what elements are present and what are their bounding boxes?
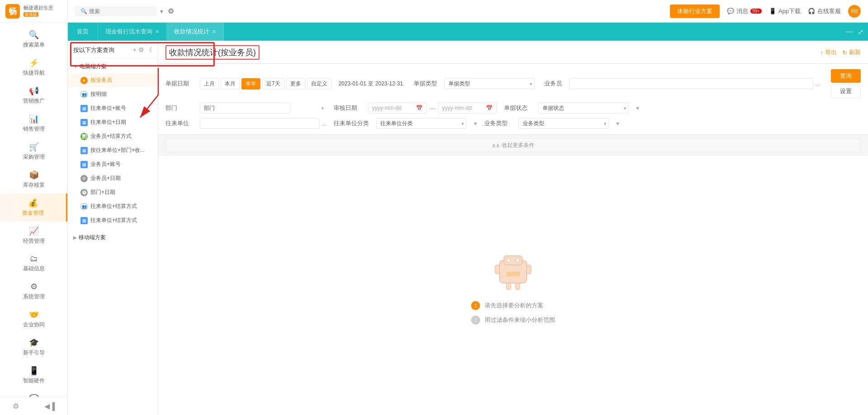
operations-icon: 📈 xyxy=(29,226,39,236)
partner-more-icon[interactable]: ... xyxy=(321,120,326,127)
sidebar-item-guide[interactable]: 🎓 新手引导 xyxy=(0,333,67,361)
sidebar-item-label: 库存核算 xyxy=(23,181,45,189)
purchase-icon: 🛒 xyxy=(29,142,39,152)
search-input[interactable] xyxy=(89,8,148,14)
inventory-icon: 📦 xyxy=(29,170,39,180)
date-btn-this-month[interactable]: 本月 xyxy=(221,78,240,90)
scheme-item-partner-settlement1[interactable]: 👥 往来单位+结算方式 xyxy=(68,199,158,213)
scheme-item-salesperson-settlement[interactable]: 📊 业务员+结算方式 xyxy=(68,129,158,143)
partner-category-wrap: 往来单位分类 xyxy=(376,118,467,129)
audit-date-separator: — xyxy=(429,105,435,112)
desktop-group-title[interactable]: ▼ 电脑端方案 xyxy=(68,60,158,73)
partner-category-expand[interactable]: ▾ xyxy=(474,120,477,127)
tab-receipt-stats[interactable]: 收款情况统计 ✕ xyxy=(167,23,224,41)
refresh-btn[interactable]: ↻ 刷新 xyxy=(842,48,861,57)
logo-subtext: 畅捷通好生意 xyxy=(24,5,53,11)
sidebar-item-label: 新手引导 xyxy=(23,349,45,357)
salesperson-input[interactable] xyxy=(569,78,813,89)
sidebar-item-wechat[interactable]: 💬 企业微信 xyxy=(0,389,67,397)
date-btn-this-year[interactable]: 本年 xyxy=(241,78,260,90)
svg-rect-6 xyxy=(527,265,531,274)
user-avatar[interactable]: Rit xyxy=(848,5,861,18)
doc-status-expand-icon[interactable]: ▾ xyxy=(636,104,639,112)
tab-minimize-icon[interactable]: — xyxy=(846,28,853,36)
home-tab-label: 首页 xyxy=(77,28,89,36)
guide-icon: 🎓 xyxy=(29,338,39,348)
left-panel-actions: + ⚙ 《 xyxy=(133,46,152,54)
sidebar-item-smart-hw[interactable]: 📱 智能硬件 xyxy=(0,361,67,389)
scheme-item-partner-date[interactable]: ▦ 往来单位+日期 xyxy=(68,115,158,129)
sidebar-item-enterprise[interactable]: 🤝 企业协同 xyxy=(0,305,67,333)
trial-btn[interactable]: 体验行业方案 xyxy=(670,5,720,18)
scheme-item-label: 按往来单位+部门+收... xyxy=(90,146,145,154)
scheme-item-by-detail[interactable]: 👥 按明细 xyxy=(68,87,158,101)
collapse-icon: ∧∧ xyxy=(492,142,500,149)
biz-type-select[interactable]: 业务类型 xyxy=(519,118,609,129)
partner-category-select[interactable]: 往来单位分类 xyxy=(376,118,467,129)
messages-action[interactable]: 💬 消息 99+ xyxy=(727,7,762,15)
refresh-label: 刷新 xyxy=(849,48,861,57)
scheme-settings-icon[interactable]: ⚙ xyxy=(138,46,144,54)
sidebar-item-finance[interactable]: 💰 资金管理 xyxy=(0,193,67,222)
sidebar-item-marketing[interactable]: 📢 营销推广 xyxy=(0,81,67,109)
sidebar-item-inventory[interactable]: 📦 库存核算 xyxy=(0,165,67,193)
scheme-item-partner-dept[interactable]: ▦ 按往来单位+部门+收... xyxy=(68,143,158,157)
scheme-item-salesperson-date[interactable]: ⚙ 业务员+日期 xyxy=(68,171,158,185)
partner-input[interactable] xyxy=(200,118,320,129)
date-label: 单据日期 xyxy=(165,80,193,88)
collapse-conditions-bar[interactable]: ∧∧ 收起更多条件 xyxy=(165,138,861,152)
sidebar-item-purchase[interactable]: 🛒 采购管理 xyxy=(0,137,67,165)
query-btn[interactable]: 查询 xyxy=(831,69,861,83)
scheme-item-label: 业务员+账号 xyxy=(90,160,121,168)
collapse-sidebar-icon[interactable]: ◀▐ xyxy=(44,402,55,410)
right-panel: 收款情况统计(按业务员) ↑ 导出 ↻ 刷新 xyxy=(158,41,868,415)
tab-home[interactable]: 首页 xyxy=(68,23,98,41)
export-btn[interactable]: ↑ 导出 xyxy=(821,48,837,57)
collapse-panel-icon[interactable]: 《 xyxy=(146,46,152,54)
doc-type-select[interactable]: 单据类型 xyxy=(444,78,535,89)
date-btn-more[interactable]: 更多 xyxy=(286,78,305,90)
left-panel-header: 按以下方案查询 + ⚙ 《 xyxy=(68,41,158,58)
audit-date-start-input[interactable]: yyyy-mm-dd 📅 xyxy=(368,103,427,113)
doc-status-select[interactable]: 单据状态 xyxy=(538,103,629,113)
calendar2-icon[interactable]: 📅 xyxy=(486,105,493,111)
scheme-item-dept-date[interactable]: 🕐 部门+日期 xyxy=(68,185,158,199)
date-btn-custom[interactable]: 自定义 xyxy=(307,78,331,90)
sidebar-item-search[interactable]: 🔍 搜索菜单 xyxy=(0,25,67,53)
bank-flow-tab-close[interactable]: ✕ xyxy=(155,29,159,35)
biz-type-expand[interactable]: ▾ xyxy=(616,120,619,127)
topbar-gear-icon[interactable]: ⚙ xyxy=(168,7,174,15)
scheme-item-salesperson-account[interactable]: ▦ 业务员+账号 xyxy=(68,157,158,171)
scheme-item-label: 部门+日期 xyxy=(90,189,115,196)
settings-footer-icon[interactable]: ⚙ xyxy=(13,402,19,410)
sidebar-item-quick-nav[interactable]: ⚡ 快捷导航 xyxy=(0,53,67,81)
svg-rect-4 xyxy=(506,272,520,276)
tab-expand-icon[interactable]: ⤢ xyxy=(858,28,863,36)
dept-select[interactable]: 部门 xyxy=(200,103,290,113)
scheme-item-partner-settlement2[interactable]: ▦ 往来单位+结算方式 xyxy=(68,213,158,227)
sidebar-item-sales[interactable]: 📊 销售管理 xyxy=(0,109,67,137)
date-btn-last-month[interactable]: 上月 xyxy=(200,78,219,90)
mobile-group-title[interactable]: ▶ 移动端方案 xyxy=(68,231,158,244)
refresh-icon: ↻ xyxy=(842,49,847,56)
app-download-action[interactable]: 📱 App下载 xyxy=(769,7,801,15)
date-btn-7days[interactable]: 近7天 xyxy=(262,78,284,90)
tab-bank-flow[interactable]: 现金银行流水查询 ✕ xyxy=(98,23,167,41)
add-scheme-icon[interactable]: + xyxy=(133,46,137,54)
audit-date-end-input[interactable]: yyyy-mm-dd 📅 xyxy=(438,103,497,113)
scheme-item-by-salesperson[interactable]: ● 按业务员 xyxy=(68,73,158,87)
main-content: 🔍 ▾ ⚙ 体验行业方案 💬 消息 99+ 📱 App下载 � xyxy=(68,0,868,415)
sidebar-item-operations[interactable]: 📈 经营管理 xyxy=(0,222,67,250)
scheme-item-partner-account[interactable]: ▦ 往来单位+账号 xyxy=(68,101,158,115)
sidebar-item-label: 智能硬件 xyxy=(23,377,45,385)
step2-label: 用过滤条件来缩小分析范围 xyxy=(485,316,555,324)
receipt-stats-tab-close[interactable]: ✕ xyxy=(212,29,216,35)
sidebar-item-basic-info[interactable]: 🗂 基础信息 xyxy=(0,250,67,277)
topbar-dropdown-icon[interactable]: ▾ xyxy=(160,8,163,15)
settings-filter-btn[interactable]: 设置 xyxy=(831,85,861,98)
calendar-icon[interactable]: 📅 xyxy=(416,105,423,111)
salesperson-more-icon[interactable]: ... xyxy=(815,80,820,87)
online-service-action[interactable]: 🎧 在线客服 xyxy=(808,7,841,15)
sidebar-item-system[interactable]: ⚙ 系统管理 xyxy=(0,277,67,305)
partner-settlement2-icon: ▦ xyxy=(80,217,88,224)
